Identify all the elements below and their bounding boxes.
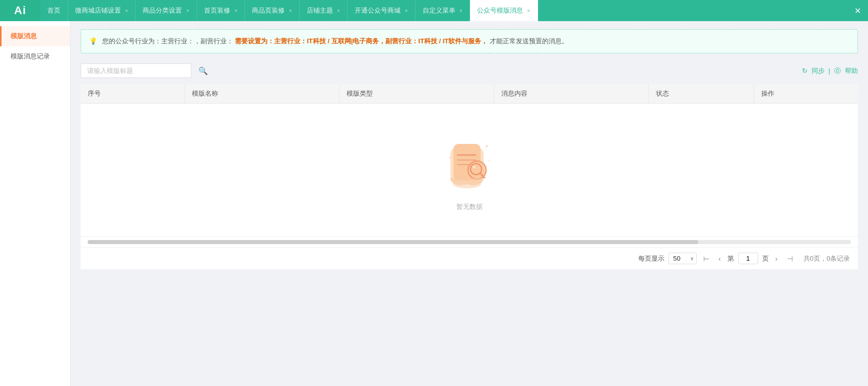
tab-home[interactable]: 首页 [40, 0, 68, 21]
svg-text:✦: ✦ [448, 156, 452, 160]
table-header-row: 序号模版名称模版类型消息内容状态操作 [81, 84, 858, 104]
tab-label: 首页 [47, 6, 60, 15]
tab-template-msg[interactable]: 公众号模版消息× [470, 0, 538, 21]
scrollbar-thumb[interactable] [88, 240, 698, 244]
toolbar-right: ↻ 同步 | ⓪ 帮助 [802, 66, 858, 75]
tab-product-decor[interactable]: 商品页装修× [245, 0, 299, 21]
col-name: 模版名称 [185, 84, 340, 104]
tab-close-icon[interactable]: × [234, 8, 237, 14]
pagination-total: 共0页，0条记录 [804, 254, 850, 263]
notice-box: 💡 您的公众号行业为：主营行业：，副营行业： 需要设置为：主营行业：IT科技 /… [81, 29, 858, 53]
notice-icon: 💡 [89, 37, 97, 45]
sidebar: 模版消息模版消息记录 [0, 21, 71, 386]
tab-close-icon[interactable]: × [186, 8, 189, 14]
per-page-label: 每页显示 [638, 254, 664, 263]
empty-text: 暂无数据 [456, 202, 483, 211]
sync-icon: ↻ [802, 67, 808, 74]
topbar: Ai 首页微商城店铺设置×商品分类设置×首页装修×商品页装修×店铺主题×开通公众… [0, 0, 868, 21]
col-status: 状态 [649, 84, 754, 104]
pagination: 每页显示 102050100 ⊢ ‹ 第 页 › ⊣ 共0页，0条记录 [81, 247, 858, 269]
empty-row: ✦ ✦ ✦ 暂无数据 [81, 104, 858, 237]
tab-close-icon[interactable]: × [125, 8, 128, 14]
tab-label: 店铺主题 [307, 6, 333, 15]
empty-illustration: ✦ ✦ ✦ [439, 134, 500, 194]
per-page-select[interactable]: 102050100 [669, 253, 697, 264]
search-bar: 🔍 ↻ 同步 | ⓪ 帮助 [81, 63, 858, 78]
tab-label: 商品页装修 [252, 6, 285, 15]
next-page-button[interactable]: › [773, 254, 780, 264]
data-table: 序号模版名称模版类型消息内容状态操作 [81, 84, 858, 237]
col-action: 操作 [754, 84, 858, 104]
last-page-button[interactable]: ⊣ [784, 254, 795, 264]
svg-text:✦: ✦ [485, 143, 489, 149]
help-button[interactable]: 帮助 [845, 66, 858, 75]
notice-suffix: 才能正常发送预置的消息。 [490, 37, 568, 45]
tab-close-icon[interactable]: × [527, 8, 530, 14]
window-close-button[interactable]: ✕ [847, 0, 868, 21]
scrollbar-container [81, 237, 858, 247]
toolbar-divider: | [829, 67, 830, 74]
tab-close-icon[interactable]: × [459, 8, 462, 14]
svg-point-9 [473, 166, 476, 169]
prev-page-button[interactable]: ‹ [716, 254, 723, 264]
scrollbar-track[interactable] [88, 240, 851, 244]
tab-label: 自定义菜单 [423, 6, 455, 15]
notice-highlight: 需要设置为：主营行业：IT科技 / 互联网|电子商务，副营行业：IT科技 / I… [235, 37, 488, 45]
tab-list: 首页微商城店铺设置×商品分类设置×首页装修×商品页装修×店铺主题×开通公众号商城… [40, 0, 847, 21]
sync-button[interactable]: 同步 [812, 66, 825, 75]
col-content: 消息内容 [494, 84, 649, 104]
table-body: ✦ ✦ ✦ 暂无数据 [81, 104, 858, 237]
tab-close-icon[interactable]: × [405, 8, 408, 14]
tab-close-icon[interactable]: × [337, 8, 340, 14]
app-logo: Ai [0, 0, 40, 21]
tab-product-category[interactable]: 商品分类设置× [136, 0, 196, 21]
page-label-suffix: 页 [762, 254, 769, 263]
first-page-button[interactable]: ⊢ [701, 254, 712, 264]
tab-label: 商品分类设置 [143, 6, 182, 15]
svg-text:✦: ✦ [488, 159, 491, 162]
sidebar-item-template-msg-log[interactable]: 模版消息记录 [0, 46, 70, 66]
tab-open-mall[interactable]: 开通公众号商城× [348, 0, 415, 21]
empty-state: ✦ ✦ ✦ 暂无数据 [81, 104, 858, 237]
col-type: 模版类型 [340, 84, 494, 104]
tab-home-decor[interactable]: 首页装修× [197, 0, 245, 21]
tab-close-icon[interactable]: × [289, 8, 292, 14]
col-index: 序号 [81, 84, 185, 104]
sidebar-item-template-msg[interactable]: 模版消息 [0, 26, 70, 46]
page-input[interactable] [738, 253, 758, 264]
tab-label: 首页装修 [204, 6, 230, 15]
table-header: 序号模版名称模版类型消息内容状态操作 [81, 84, 858, 104]
notice-prefix: 您的公众号行业为：主营行业：，副营行业： [102, 37, 233, 45]
page-label-prefix: 第 [727, 254, 734, 263]
tab-label: 公众号模版消息 [477, 6, 523, 15]
search-input[interactable] [81, 63, 191, 78]
per-page-wrapper: 102050100 [669, 253, 697, 264]
search-button[interactable]: 🔍 [196, 66, 210, 75]
tab-weshop-settings[interactable]: 微商城店铺设置× [68, 0, 136, 21]
tab-label: 开通公众号商城 [355, 6, 400, 15]
tab-shop-theme[interactable]: 店铺主题× [300, 0, 348, 21]
layout: 模版消息模版消息记录 💡 您的公众号行业为：主营行业：，副营行业： 需要设置为：… [0, 21, 868, 386]
help-icon: ⓪ [834, 66, 841, 75]
main-content: 💡 您的公众号行业为：主营行业：，副营行业： 需要设置为：主营行业：IT科技 /… [71, 21, 868, 386]
tab-custom-menu[interactable]: 自定义菜单× [416, 0, 470, 21]
tab-label: 微商城店铺设置 [75, 6, 121, 15]
